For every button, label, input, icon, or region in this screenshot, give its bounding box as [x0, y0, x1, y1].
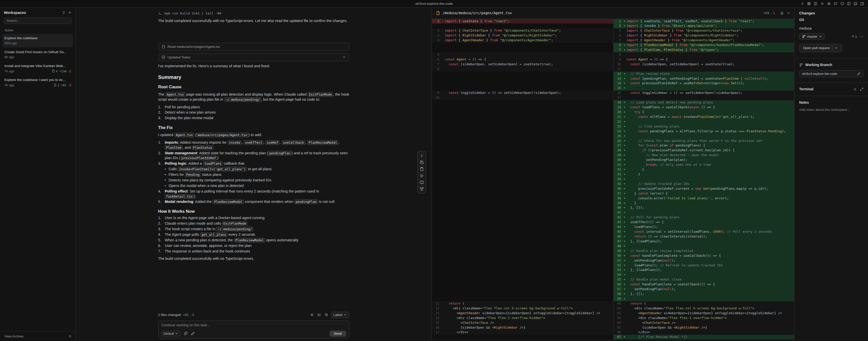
chevron-down-icon[interactable] — [835, 46, 838, 50]
workspace-item[interactable]: Create Good First Issues on Github So...… — [2, 48, 73, 61]
workspace-item[interactable]: Explore the codebase35m ago — [2, 34, 73, 47]
latest-label: Latest — [333, 313, 342, 317]
text: : Added state for tracking the pending p… — [197, 151, 268, 155]
text: , — [305, 141, 307, 145]
record-icon[interactable] — [827, 2, 831, 6]
diff-line: 43+ useEffect(() => { — [614, 220, 794, 225]
section-heading: Root Cause — [158, 85, 349, 90]
chevron-down-icon[interactable] — [786, 11, 790, 15]
panel-bottom-icon[interactable] — [854, 2, 857, 6]
workspace-item[interactable]: Install and integrate Vibe Kanban Web...… — [2, 62, 73, 75]
tool-call-row[interactable]: npm run build 2>&1 | tail -80 — [158, 11, 349, 16]
workspace-search[interactable] — [4, 18, 72, 24]
list-number: 3. — [158, 161, 163, 166]
code-text — [445, 162, 613, 167]
list-icon[interactable] — [317, 313, 321, 317]
diff-split-view[interactable]: 1-import { useState } from "react";2impo… — [432, 19, 794, 341]
asterisk-icon[interactable] — [310, 313, 314, 317]
clipboard-icon[interactable] — [420, 167, 424, 171]
plus-icon[interactable] — [68, 11, 72, 14]
diff-marker — [441, 186, 445, 191]
fork-icon[interactable] — [420, 187, 424, 191]
chat-scroll-area[interactable]: npm run build 2>&1 | tail -80The build c… — [76, 8, 431, 310]
play-icon[interactable] — [820, 2, 824, 6]
grid-icon[interactable] — [807, 2, 811, 6]
line-number — [432, 335, 441, 339]
edit-icon[interactable] — [191, 331, 195, 336]
diff-marker — [623, 57, 626, 62]
open-pull-request-button[interactable]: Open pull request — [799, 44, 842, 53]
diff-marker — [441, 282, 445, 287]
files-changed-label[interactable]: 2 files changed — [158, 313, 181, 317]
line-number: 34 — [614, 177, 623, 182]
latest-dropdown[interactable]: Latest — [331, 312, 349, 318]
diff-marker: + — [623, 244, 626, 249]
plus-icon[interactable] — [853, 87, 857, 91]
line-number — [432, 119, 441, 124]
text: component that renders when — [244, 199, 294, 204]
notes-placeholder[interactable]: Add notes about this workspace... — [795, 107, 868, 113]
diff-marker — [441, 91, 445, 95]
terminal-header[interactable]: Terminal — [795, 85, 868, 94]
diff-panel: /medusa/medusa/src/pages/Agent.tsx +59 -… — [431, 8, 794, 341]
view-archive-link[interactable]: View Archive — [5, 334, 24, 338]
line-number: 3 — [432, 33, 441, 38]
diff-marker: + — [623, 119, 626, 124]
diff-line — [432, 110, 613, 115]
list-number: 1. — [158, 105, 163, 110]
diff-marker — [441, 67, 445, 71]
maximize-icon[interactable] — [860, 87, 863, 91]
chat-icon[interactable] — [834, 2, 837, 6]
play-icon[interactable] — [420, 174, 424, 178]
diff-marker — [441, 33, 445, 38]
edit-icon[interactable] — [857, 72, 861, 75]
chevron-right-icon[interactable] — [420, 154, 424, 158]
pause-icon[interactable] — [800, 2, 804, 6]
list-item: 7.The response is written back and the h… — [158, 249, 349, 254]
tool-call-row[interactable]: Updated Todos — [158, 53, 349, 61]
diff-file-path[interactable]: /medusa/medusa/src/pages/Agent.tsx — [443, 11, 512, 15]
diff-line — [432, 43, 613, 48]
code-text: console.error('Failed to load plans:', e… — [626, 196, 794, 201]
diff-line: 52+ loadPlans(); // Refresh to update tr… — [614, 263, 794, 268]
more-actions-icon[interactable] — [859, 34, 864, 39]
branch-selector[interactable]: master — [799, 33, 825, 40]
wrap-icon[interactable] — [780, 11, 784, 15]
search-input[interactable] — [7, 19, 69, 23]
monitor-icon[interactable] — [840, 2, 844, 6]
mode-dropdown[interactable]: Default — [161, 331, 181, 336]
working-branch-input[interactable]: vk/3ccf-explore-the-code — [799, 70, 863, 77]
notes-header[interactable]: Notes — [795, 98, 868, 107]
text: Opens the modal when a new plan is detec… — [168, 184, 243, 188]
attach-icon[interactable] — [183, 331, 188, 336]
list-item: 1.User is on the Agent page with a Docke… — [158, 216, 349, 221]
diff-line — [432, 167, 613, 172]
diff-marker — [441, 167, 445, 172]
copy-icon[interactable] — [420, 160, 424, 165]
workspace-item[interactable]: Explore the codebase I want you to ex...… — [2, 76, 73, 89]
send-button[interactable]: Send — [330, 331, 346, 337]
message-composer[interactable]: Default Send — [158, 320, 349, 339]
list-number: 3. — [158, 227, 163, 232]
chevrons-updown-icon[interactable] — [62, 11, 66, 14]
monitor-icon[interactable] — [420, 180, 424, 185]
line-number: 12 — [614, 71, 623, 76]
tool-call-row[interactable]: Read medusa/src/pages/Agent.tsx — [158, 43, 349, 51]
inline-code: useCallback — [282, 140, 305, 145]
chevron-down-icon[interactable] — [342, 55, 346, 59]
text: The build completed successfully with no… — [158, 256, 254, 260]
panel-left-icon[interactable] — [847, 2, 851, 6]
line-number — [432, 129, 441, 134]
line-number: 27 — [614, 143, 623, 148]
diff-line — [432, 239, 613, 244]
panel-right-icon[interactable] — [860, 2, 864, 6]
message-input[interactable] — [161, 323, 346, 327]
diff-marker: + — [623, 191, 626, 196]
list-item: 4.Polling effect: Set up a polling inter… — [158, 189, 349, 199]
columns-icon[interactable] — [814, 2, 817, 6]
diff-marker — [441, 143, 445, 148]
diff-marker: + — [623, 186, 626, 191]
history-icon[interactable] — [324, 313, 328, 317]
diff-line: 54+ — [614, 273, 794, 277]
diff-marker — [441, 215, 445, 220]
